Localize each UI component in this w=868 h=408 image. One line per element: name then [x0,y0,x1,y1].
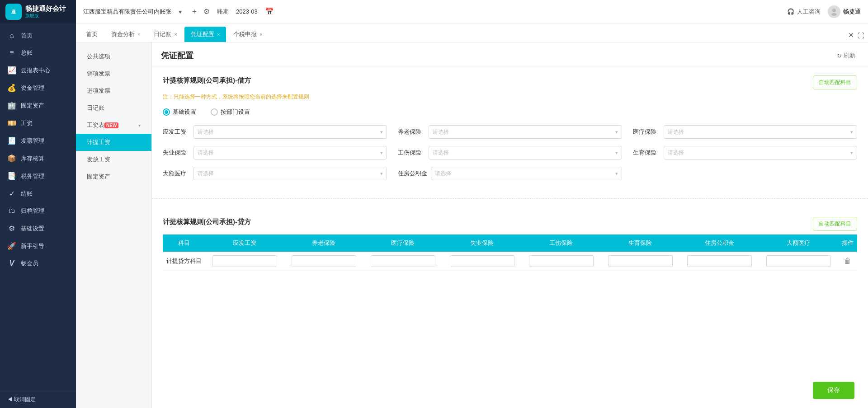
input-work-injury[interactable] [529,255,594,267]
cell-big-medical[interactable] [759,252,838,271]
select-maternity[interactable]: 请选择 ▾ [664,146,857,159]
cell-medical[interactable] [363,252,443,271]
subnav-item-sales-invoice[interactable]: 销项发票 [76,65,151,82]
sidebar-item-settlement[interactable]: ✓ 结账 [0,185,76,202]
select-unemployment-placeholder: 请选择 [198,149,214,157]
input-unemployment[interactable] [450,255,514,267]
select-salary[interactable]: 请选择 ▾ [193,125,387,139]
subnav-label: 公共选项 [87,53,110,60]
debit-section-title: 计提核算规则(公司承担)-借方 [163,76,251,85]
select-unemployment[interactable]: 请选择 ▾ [193,146,387,159]
tab-close-icon[interactable]: × [174,32,177,37]
chevron-down-icon: ▾ [380,150,383,156]
field-work-injury-label: 工伤保险 [398,149,425,157]
cell-unemployment[interactable] [443,252,522,271]
settings-button[interactable]: ⚙ [203,7,210,16]
col-salary: 应发工资 [205,234,284,252]
tab-close-icon[interactable]: × [137,32,140,37]
subnav-label: 发放工资 [87,156,110,163]
page-title: 凭证配置 [161,50,193,61]
subnav-item-purchase-invoice[interactable]: 进项发票 [76,82,151,99]
subnav-item-payroll-table[interactable]: 工资表 NEW ▾ [76,117,151,134]
input-housing-fund[interactable] [687,255,752,267]
credit-auto-match-button[interactable]: 自动匹配科目 [813,217,857,231]
sidebar-item-tax[interactable]: 📑 税务管理 [0,167,76,185]
sidebar-item-label: 库存核算 [21,155,44,163]
debit-section-header: 计提核算规则(公司承担)-借方 自动匹配科目 [163,75,857,89]
field-pension-label: 养老保险 [398,128,425,136]
tab-label: 凭证配置 [191,30,214,38]
subnav-item-payroll-issue[interactable]: 发放工资 [76,151,151,168]
select-maternity-placeholder: 请选择 [668,149,684,157]
tab-close-icon[interactable]: × [259,32,262,37]
invoice-icon: 🧾 [7,136,16,145]
select-housing-fund[interactable]: 请选择 ▾ [431,167,622,180]
radio-by-dept[interactable]: 按部门设置 [211,108,250,116]
close-window-button[interactable]: ✕ [848,31,854,39]
tab-voucher-config[interactable]: 凭证配置 × [184,27,226,42]
chevron-down-icon: ▾ [380,129,383,135]
maximize-button[interactable]: ⛶ [858,31,864,39]
cell-housing-fund[interactable] [680,252,760,271]
service-button[interactable]: 🎧 人工咨询 [787,8,821,16]
sidebar-item-settings[interactable]: ⚙ 基础设置 [0,220,76,237]
col-unemployment: 失业保险 [443,234,522,252]
debit-auto-match-button[interactable]: 自动匹配科目 [813,75,857,89]
refresh-button[interactable]: ↻ 刷新 [833,50,859,61]
dropdown-button[interactable]: ▾ [179,8,182,15]
subnav-item-fixed-assets-sub[interactable]: 固定资产 [76,168,151,185]
tab-close-icon[interactable]: × [217,32,220,37]
sidebar-item-label: 资金管理 [21,84,44,92]
select-medical[interactable]: 请选择 ▾ [664,125,857,139]
select-pension[interactable]: 请选择 ▾ [429,125,622,139]
save-button[interactable]: 保存 [813,382,854,399]
subnav-label: 固定资产 [87,173,110,180]
sidebar-item-archive[interactable]: 🗂 归档管理 [0,202,76,220]
input-big-medical[interactable] [766,255,831,267]
chevron-down-icon: ▾ [615,171,618,177]
sidebar-item-inventory[interactable]: 📦 库存核算 [0,150,76,167]
radio-basic[interactable]: 基础设置 [163,108,196,116]
select-big-medical[interactable]: 请选择 ▾ [193,167,387,180]
delete-row-button[interactable]: 🗑 [844,257,851,265]
user-label: 畅捷通 [843,8,861,16]
sidebar-item-ledger[interactable]: ≡ 总账 [0,44,76,61]
sidebar-item-vip[interactable]: V 畅会员 [0,255,76,272]
cell-work-injury[interactable] [522,252,601,271]
input-salary[interactable] [212,255,277,267]
tab-home[interactable]: 首页 [80,27,104,42]
subnav-item-payroll-accrual[interactable]: 计提工资 [76,134,151,151]
cell-action[interactable]: 🗑 [838,252,857,271]
sidebar-item-reports[interactable]: 📈 云报表中心 [0,61,76,79]
input-medical[interactable] [371,255,435,267]
field-pension: 养老保险 请选择 ▾ [398,125,622,139]
credit-section: 计提核算规则(公司承担)-贷方 自动匹配科目 科目 应发工资 养老保险 医疗保险… [152,208,868,280]
tabbar-actions: ✕ ⛶ [848,31,864,42]
input-pension[interactable] [292,255,356,267]
cell-maternity[interactable] [601,252,680,271]
section-divider [152,198,868,199]
tab-fund-analysis[interactable]: 资金分析 × [105,27,146,42]
sidebar-item-guide[interactable]: 🚀 新手引导 [0,237,76,255]
user-info[interactable]: 畅捷通 [828,5,861,18]
subnav-item-public-options[interactable]: 公共选项 [76,48,151,65]
cell-pension[interactable] [284,252,363,271]
select-pension-placeholder: 请选择 [433,128,449,136]
select-work-injury[interactable]: 请选择 ▾ [429,146,622,159]
add-button[interactable]: ＋ [191,7,198,16]
tab-tax-report[interactable]: 个税申报 × [227,27,269,42]
sidebar-item-invoice[interactable]: 🧾 发票管理 [0,132,76,150]
subnav-item-journal[interactable]: 日记账 [76,99,151,117]
tab-journal[interactable]: 日记账 × [147,27,183,42]
sidebar-item-funds[interactable]: 💰 资金管理 [0,79,76,97]
sidebar-item-salary[interactable]: 💴 工资 [0,114,76,132]
select-medical-placeholder: 请选择 [668,128,684,136]
chevron-down-icon: ▾ [615,150,618,156]
calendar-icon[interactable]: 📅 [265,7,274,16]
sidebar-item-fixed-assets[interactable]: 🏢 固定资产 [0,97,76,114]
input-maternity[interactable] [608,255,673,267]
unpin-sidebar-button[interactable]: ◀ 取消固定 [0,391,76,408]
inventory-icon: 📦 [7,154,16,163]
sidebar-item-home[interactable]: ⌂ 首页 [0,27,76,44]
cell-salary[interactable] [205,252,284,271]
